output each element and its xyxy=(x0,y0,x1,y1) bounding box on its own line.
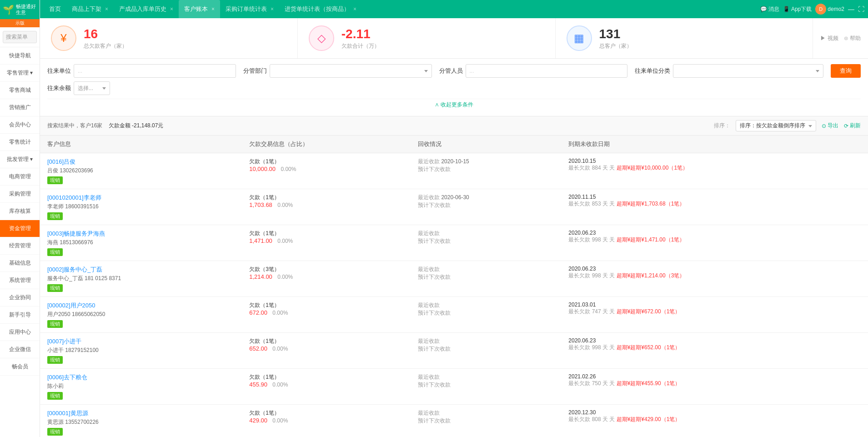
filter-balance-select[interactable]: 选择... xyxy=(74,81,110,95)
sidebar-item-10[interactable]: 库存核算 xyxy=(0,203,40,220)
sidebar-item-19[interactable]: 畅会员 xyxy=(0,358,40,376)
cell-due: 2020.06.23 最长欠款 998 天 天 超期¥超期¥652.00（1笔） xyxy=(561,333,868,369)
customer-name-link[interactable]: [0006]去下粮仓 xyxy=(47,374,87,381)
view-button[interactable]: ▶ 视频 xyxy=(820,35,838,42)
overdue-amount[interactable]: 超期¥超期¥429.00（1笔） xyxy=(617,416,681,422)
export-button[interactable]: ⊙ 导出 xyxy=(822,122,838,130)
sidebar-item-5[interactable]: 会员中心 xyxy=(0,116,40,134)
refresh-button[interactable]: ⟳ 刷新 xyxy=(844,122,861,130)
window-minimize-button[interactable]: — xyxy=(848,5,854,13)
overdue-amount[interactable]: 超期¥超期¥10,000.00（1笔） xyxy=(617,165,688,171)
filter-person-input[interactable]: ... xyxy=(466,64,628,78)
debt-percent: 0.00% xyxy=(272,310,288,316)
collapse-filters-button[interactable]: ∧ 收起更多条件 xyxy=(47,99,861,111)
debt-total-label: 欠款合计（万） xyxy=(341,42,380,50)
sidebar-item-1[interactable]: 快捷导航 xyxy=(0,47,40,65)
col-debt-info: 欠款交易信息（占比） xyxy=(242,136,411,153)
customer-tag: 现销 xyxy=(47,248,63,256)
last-collect-date: 2020-10-15 xyxy=(441,158,469,165)
search-menu-button[interactable]: 搜索菜单 xyxy=(3,31,37,43)
query-button[interactable]: 查询 xyxy=(831,64,861,78)
sidebar-item-6[interactable]: 零售统计 xyxy=(0,134,40,151)
download-icon: 📱 xyxy=(783,6,790,12)
sidebar-item-12[interactable]: 经营管理 xyxy=(0,237,40,255)
debt-desc: 欠款（1笔） xyxy=(249,409,403,417)
sidebar-item-16[interactable]: 新手引导 xyxy=(0,306,40,324)
stat-card-debt-total: ◇ -2.11 欠款合计（万） xyxy=(298,18,556,58)
filter-row-1: 往来单位 ... 分管部门 分管人员 .. xyxy=(47,64,861,78)
debt-amount: 652.00 xyxy=(249,345,267,352)
filter-dept-select[interactable] xyxy=(270,64,432,78)
sidebar-item-15[interactable]: 企业协同 xyxy=(0,289,40,306)
customer-name-link[interactable]: [0001020001]李老师 xyxy=(47,194,101,201)
sidebar-item-17[interactable]: 应用中心 xyxy=(0,324,40,341)
next-collect-label: 预计下次收款 xyxy=(418,202,451,208)
cell-collection: 最近收款 预计下次收款 xyxy=(411,333,561,369)
overdue-amount[interactable]: 超期¥超期¥652.00（1笔） xyxy=(617,344,681,351)
tab-close-icon[interactable]: × xyxy=(271,6,274,12)
sidebar-item-18[interactable]: 企业微信 xyxy=(0,341,40,358)
cell-collection: 最近收款 预计下次收款 xyxy=(411,369,561,405)
sidebar-item-8[interactable]: 电商管理 xyxy=(0,168,40,186)
debt-total-icon: ◇ xyxy=(309,25,334,51)
overdue-amount[interactable]: 超期¥超期¥1,471.00（1笔） xyxy=(617,236,685,243)
customer-tag: 现销 xyxy=(47,212,63,220)
topbar-tab-2[interactable]: 产成品入库单历史× xyxy=(114,0,179,18)
overdue-amount[interactable]: 超期¥超期¥455.90（1笔） xyxy=(617,380,681,387)
debt-customers-icon: ¥ xyxy=(51,25,76,51)
topbar-tab-0[interactable]: 首页 xyxy=(44,0,66,18)
col-due-date: 到期未收款日期 xyxy=(561,136,868,153)
cell-customer: [0001020001]李老师 李老师 18600391516 现销 xyxy=(40,189,242,225)
help-button[interactable]: ⊙ 帮助 xyxy=(844,35,861,42)
debt-percent: 0.00% xyxy=(277,238,293,244)
customer-name-link[interactable]: [0016]吕俊 xyxy=(47,158,75,165)
message-button[interactable]: 💬 消息 xyxy=(760,5,779,13)
tab-close-icon[interactable]: × xyxy=(211,6,215,12)
sort-select[interactable]: 排序：按欠款金额倒序排序 xyxy=(736,120,816,131)
customer-name-link[interactable]: [000001]黄思源 xyxy=(47,410,88,417)
overdue-amount[interactable]: 超期¥超期¥1,214.00（3笔） xyxy=(617,272,685,279)
overdue-days: 最长欠款 853 天 天 超期¥超期¥1,703.68（1笔） xyxy=(568,200,861,208)
window-maximize-button[interactable]: ⛶ xyxy=(858,5,864,13)
overdue-amount[interactable]: 超期¥超期¥1,703.68（1笔） xyxy=(617,201,685,207)
overdue-amount[interactable]: 超期¥超期¥672.00（1笔） xyxy=(617,308,681,315)
stats-row: ¥ 16 总欠款客户（家） ◇ -2.11 欠款合计（万） ▦ 131 总客户（… xyxy=(40,18,868,59)
customer-name-link[interactable]: [000002]用户2050 xyxy=(47,302,95,309)
sidebar-item-3[interactable]: 零售商城 xyxy=(0,82,40,99)
customer-name-link[interactable]: [0003]畅捷服务尹海燕 xyxy=(47,230,105,237)
customer-phone: 黄思源 13552700226 xyxy=(47,418,235,426)
due-date: 2020.12.30 xyxy=(568,409,861,416)
sidebar-item-7[interactable]: 批发管理 ▾ xyxy=(0,151,40,168)
tab-close-icon[interactable]: × xyxy=(105,6,108,12)
sidebar-item-13[interactable]: 基础信息 xyxy=(0,255,40,272)
topbar-tab-1[interactable]: 商品上下架× xyxy=(66,0,114,18)
customer-name-link[interactable]: [0007]小进干 xyxy=(47,338,81,345)
filter-unit-category-select[interactable] xyxy=(673,64,823,78)
user-avatar[interactable]: D demo2 xyxy=(815,4,844,15)
filter-person: 分管人员 ... xyxy=(439,64,628,78)
sidebar-item-9[interactable]: 采购管理 xyxy=(0,186,40,203)
sidebar-item-4[interactable]: 营销推广 xyxy=(0,99,40,116)
total-customers-value: 131 xyxy=(599,27,632,41)
topbar-tab-4[interactable]: 采购订单统计表× xyxy=(220,0,279,18)
cell-customer: [0007]小进干 小进干 18279152100 现销 xyxy=(40,333,242,369)
filter-unit-input[interactable]: ... xyxy=(74,64,236,78)
topbar-tab-3[interactable]: 客户账本× xyxy=(179,0,220,18)
chevron-down-icon xyxy=(424,70,428,72)
search-menu-section: 搜索菜单 xyxy=(0,27,40,47)
topbar-tab-5[interactable]: 进货单统计表（按商品）× xyxy=(279,0,362,18)
sidebar-item-2[interactable]: 零售管理 ▾ xyxy=(0,65,40,82)
tab-close-icon[interactable]: × xyxy=(353,6,356,12)
sidebar-item-11[interactable]: 资金管理 xyxy=(0,220,40,237)
cell-debt: 欠款（1笔） 455.90 0.00% xyxy=(242,369,411,405)
debt-percent: 0.00% xyxy=(272,382,288,388)
filter-row-2: 往来余额 选择... xyxy=(47,81,861,95)
customer-name-link[interactable]: [0002]服务中心_丁磊 xyxy=(47,266,102,273)
debt-total-value: -2.11 xyxy=(341,27,380,41)
cell-debt: 欠款（1笔） 429.00 0.00% xyxy=(242,405,411,437)
debt-amount: 1,214.00 xyxy=(249,273,272,280)
tab-close-icon[interactable]: × xyxy=(170,6,173,12)
sidebar-item-14[interactable]: 系统管理 xyxy=(0,272,40,289)
collapse-icon: ∧ xyxy=(435,101,439,108)
app-download-button[interactable]: 📱 App下载 xyxy=(783,5,812,13)
